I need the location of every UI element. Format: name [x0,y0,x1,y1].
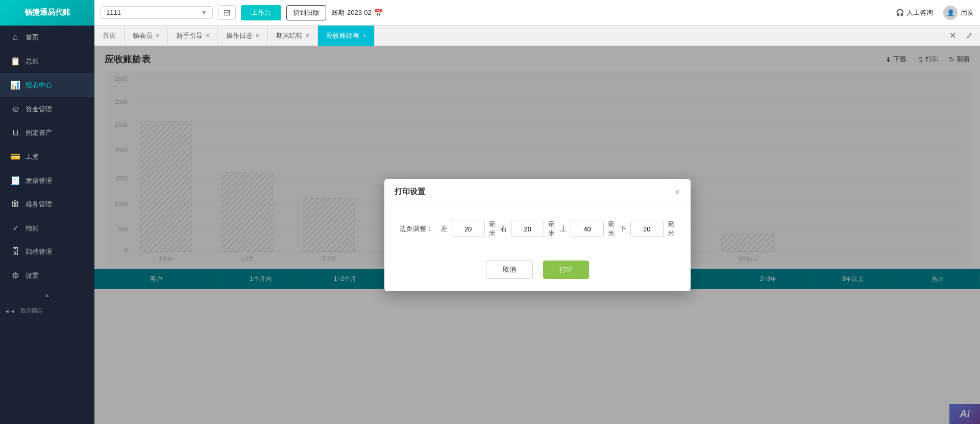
right-unit-label: 毫米 [548,220,556,238]
margin-row: 边距调整： 左 毫米 右 毫米 上 毫米 下 毫米 [400,220,675,238]
tab-guide[interactable]: 新手引导 × [168,26,218,46]
print-dialog: 打印设置 × 边距调整： 左 毫米 右 毫米 上 [384,179,691,291]
salary-icon: 💳 [10,152,20,161]
sidebar-label-salary: 工资 [26,152,39,161]
sidebar: ⌂ 首页 📋 总账 📊 报表中心 ⊙ 资金管理 🖥 固定资产 💳 工资 🧾 发票… [0,26,94,424]
modal-footer: 取消 打印 [384,252,691,291]
main-layout: ⌂ 首页 📋 总账 📊 报表中心 ⊙ 资金管理 🖥 固定资产 💳 工资 🧾 发票… [0,26,980,424]
right-direction-label: 右 [500,224,507,233]
sidebar-item-home[interactable]: ⌂ 首页 [0,26,94,49]
tab-home[interactable]: 首页 [94,26,125,46]
archive-icon: 🗄 [10,247,20,256]
tab-ar-aging-label: 应收账龄表 [326,31,359,40]
sidebar-label-invoice: 发票管理 [26,176,52,185]
sidebar-label-home: 首页 [26,33,39,42]
company-selector[interactable]: 1111 ▼ [101,6,213,19]
sidebar-scroll-up[interactable]: ▲ [0,288,94,302]
tab-guide-close[interactable]: × [206,32,209,39]
sidebar-label-settings: 设置 [26,271,39,280]
tab-period-end[interactable]: 期末结转 × [268,26,318,46]
funds-icon: ⊙ [10,104,20,114]
logo-area: 畅捷通易代账 [0,0,94,26]
period-value: 2023-02 [347,9,372,16]
sidebar-label-archive: 归档管理 [26,247,52,256]
tab-oplog-label: 操作日志 [226,31,253,40]
tab-member-label: 畅会员 [133,31,153,40]
assets-icon: 🖥 [10,128,20,137]
tab-period-end-close[interactable]: × [306,32,309,39]
sidebar-item-checkout[interactable]: ✓ 结账 [0,216,94,240]
left-direction-label: 左 [441,224,448,233]
switch-old-button[interactable]: 切到旧版 [286,5,326,20]
bottom-unit-label: 毫米 [668,220,675,238]
bottom-direction-label: 下 [620,224,626,233]
tab-actions: ✕ ⤢ [945,29,980,43]
right-margin-input[interactable] [511,221,544,237]
sidebar-label-reports: 报表中心 [26,81,52,90]
checkout-icon: ✓ [10,223,20,233]
tab-period-end-label: 期末结转 [276,31,303,40]
tab-home-label: 首页 [103,31,116,40]
maximize-button[interactable]: ⤢ [962,29,976,43]
sidebar-item-archive[interactable]: 🗄 归档管理 [0,240,94,264]
avatar-icon: 👤 [947,9,954,16]
tab-ar-aging-close[interactable]: × [362,32,366,39]
copy-button[interactable]: ⊟ [218,5,236,20]
tab-oplog-close[interactable]: × [256,32,259,39]
dropdown-arrow-icon: ▼ [201,9,207,16]
workbench-button[interactable]: 工作台 [241,5,281,20]
tab-member-close[interactable]: × [156,32,159,39]
margin-adjust-label: 边距调整： [400,224,433,233]
invoice-icon: 🧾 [10,176,20,185]
tab-bar: 首页 畅会员 × 新手引导 × 操作日志 × 期末结转 × 应收账龄表 × [94,26,980,46]
sidebar-item-settings[interactable]: ⚙ 设置 [0,264,94,288]
modal-header: 打印设置 × [384,179,691,205]
tab-member[interactable]: 畅会员 × [125,26,168,46]
ledger-icon: 📋 [10,56,20,66]
modal-title: 打印设置 [395,187,675,197]
top-direction-label: 上 [560,224,567,233]
bottom-margin-input[interactable] [630,221,664,237]
top-unit-label: 毫米 [608,220,616,238]
tax-icon: 🏛 [10,200,20,209]
right-actions: 🎧 人工咨询 👤 用友 [896,6,974,20]
modal-overlay: 打印设置 × 边距调整： 左 毫米 右 毫米 上 [94,46,980,424]
collapse-icon: ◄◄ [4,308,15,314]
calendar-icon[interactable]: 📅 [374,9,383,17]
sidebar-label-assets: 固定资产 [26,128,52,137]
sidebar-item-salary[interactable]: 💳 工资 [0,145,94,169]
sidebar-collapse-btn[interactable]: ◄◄ 取消固定 [0,302,94,320]
top-margin-input[interactable] [571,221,604,237]
tab-ar-aging[interactable]: 应收账龄表 × [318,26,375,46]
user-area[interactable]: 👤 用友 [943,6,974,20]
home-icon: ⌂ [10,33,20,42]
consult-button[interactable]: 🎧 人工咨询 [896,8,933,17]
sidebar-item-ledger[interactable]: 📋 总账 [0,49,94,73]
company-name: 1111 [106,9,197,16]
sidebar-item-funds[interactable]: ⊙ 资金管理 [0,97,94,121]
avatar: 👤 [943,6,958,20]
sidebar-label-checkout: 结账 [26,224,39,233]
top-header: 畅捷通易代账 1111 ▼ ⊟ 工作台 切到旧版 账期 2023-02 📅 🎧 … [0,0,980,26]
collapse-label: 取消固定 [20,307,43,315]
reports-icon: 📊 [10,80,20,90]
period-label: 账期 [331,8,345,17]
cancel-button[interactable]: 取消 [486,261,533,279]
consult-label: 人工咨询 [906,8,933,17]
sidebar-item-reports[interactable]: 📊 报表中心 [0,73,94,97]
left-margin-input[interactable] [452,221,485,237]
close-all-button[interactable]: ✕ [945,29,960,43]
left-unit-label: 毫米 [489,220,497,238]
print-confirm-button[interactable]: 打印 [543,261,589,279]
sidebar-item-tax[interactable]: 🏛 税务管理 [0,193,94,216]
tab-guide-label: 新手引导 [176,31,203,40]
sidebar-item-invoice[interactable]: 🧾 发票管理 [0,169,94,193]
sidebar-label-ledger: 总账 [26,57,39,66]
modal-body: 边距调整： 左 毫米 右 毫米 上 毫米 下 毫米 [384,205,691,252]
tab-oplog[interactable]: 操作日志 × [218,26,268,46]
logo-text: 畅捷通易代账 [24,8,70,17]
user-label: 用友 [961,8,974,17]
modal-close-button[interactable]: × [675,187,680,197]
period-info: 账期 2023-02 📅 [331,8,383,17]
sidebar-item-assets[interactable]: 🖥 固定资产 [0,121,94,145]
